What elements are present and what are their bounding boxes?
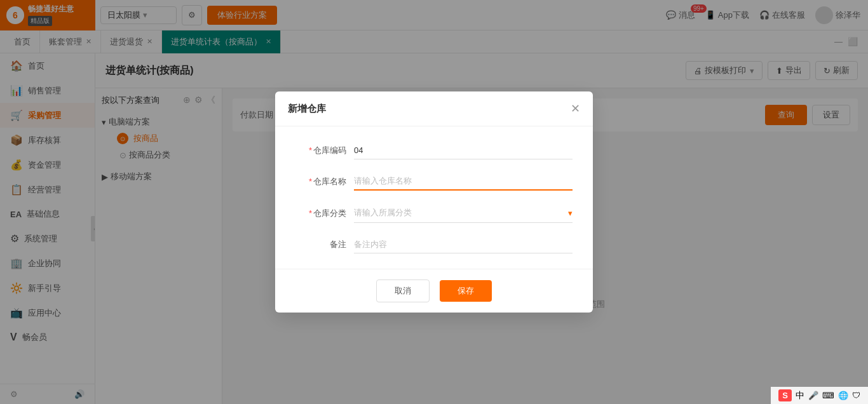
code-label: 仓库编码 [295, 145, 346, 156]
category-label: 仓库分类 [295, 208, 346, 219]
cancel-button[interactable]: 取消 [376, 279, 430, 302]
code-input[interactable] [354, 142, 573, 159]
remark-input[interactable] [354, 236, 573, 253]
modal-close-button[interactable]: ✕ [571, 102, 580, 116]
modal-header: 新增仓库 ✕ [275, 91, 593, 126]
modal-overlay[interactable]: 新增仓库 ✕ 仓库编码 仓库名称 仓库分类 请输入所属分类 ▾ [0, 0, 868, 404]
form-row-remark: 备注 [295, 236, 573, 253]
bottom-s-logo: S [778, 389, 792, 401]
name-input[interactable] [354, 172, 573, 191]
modal-title: 新增仓库 [288, 103, 326, 115]
add-warehouse-modal: 新增仓库 ✕ 仓库编码 仓库名称 仓库分类 请输入所属分类 ▾ [275, 91, 593, 313]
translate-icon[interactable]: 🌐 [838, 391, 848, 400]
bottom-right-bar: S 中 🎤 ⌨ 🌐 🛡 [771, 387, 868, 404]
keyboard-icon[interactable]: ⌨ [822, 391, 834, 400]
form-row-category: 仓库分类 请输入所属分类 ▾ [295, 203, 573, 223]
form-row-code: 仓库编码 [295, 142, 573, 159]
name-label: 仓库名称 [295, 176, 346, 187]
category-dropdown-icon: ▾ [568, 208, 573, 218]
form-row-name: 仓库名称 [295, 172, 573, 191]
chinese-flag-icon: 中 [796, 390, 804, 401]
category-select[interactable]: 请输入所属分类 ▾ [354, 203, 573, 223]
modal-body: 仓库编码 仓库名称 仓库分类 请输入所属分类 ▾ 备注 [275, 126, 593, 269]
save-button[interactable]: 保存 [440, 280, 492, 302]
microphone-icon[interactable]: 🎤 [808, 391, 818, 400]
modal-footer: 取消 保存 [275, 269, 593, 313]
remark-label: 备注 [295, 239, 346, 250]
shield-icon: 🛡 [852, 391, 860, 400]
